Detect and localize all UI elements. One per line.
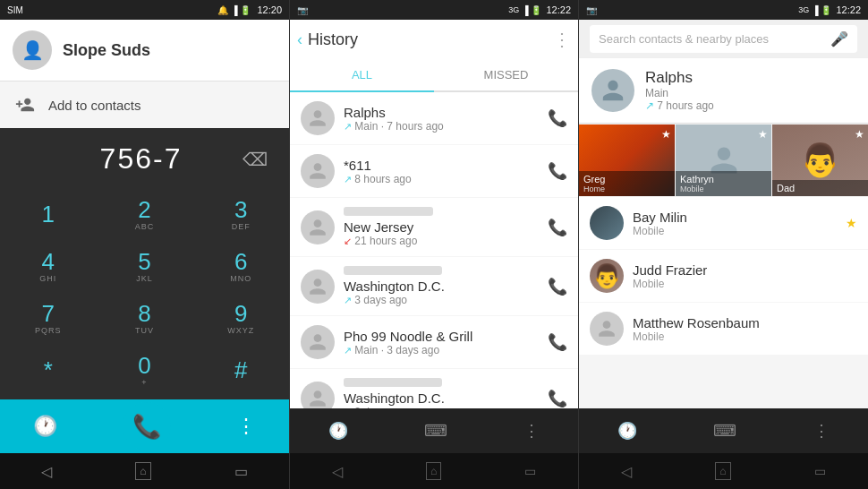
history-tabs: ALL MISSED (290, 59, 578, 92)
history-info-611: *611 ↗ 8 hours ago (344, 158, 539, 185)
history-item-611[interactable]: *611 ↗ 8 hours ago 📞 (290, 145, 578, 197)
call-icon-nj[interactable]: 📞 (548, 218, 567, 237)
quick-contact-kathryn[interactable]: Kathryn Mobile ★ (676, 124, 771, 196)
dial-key-5[interactable]: 5 JKL (97, 240, 193, 292)
call-arrow-icon-611: ↗ (344, 174, 352, 184)
history-dialpad-icon[interactable]: ⌨ (424, 421, 447, 441)
history-avatar-pho (301, 325, 335, 359)
add-contact-bar[interactable]: Add to contacts (0, 81, 289, 128)
dial-key-1[interactable]: 1 (0, 188, 97, 240)
backspace-button[interactable]: ⌫ (239, 145, 271, 174)
tab-missed[interactable]: MISSED (434, 59, 578, 90)
judd-sub: Mobile (633, 278, 707, 290)
contacts-bottom-bar: 🕐 ⌨ ⋮ (579, 408, 868, 453)
add-contact-label: Add to contacts (48, 98, 140, 113)
featured-arrow-icon: ↗ (645, 99, 654, 112)
contacts-home-nav[interactable]: ⌂ (715, 462, 730, 480)
back-nav-icon[interactable]: ◁ (41, 463, 52, 480)
quick-contact-dad[interactable]: 👨 Dad ★ (772, 124, 868, 196)
history-info-ralphs: Ralphs ↗ Main · 7 hours ago (344, 105, 539, 133)
dial-display: 756-7 ⌫ (0, 128, 289, 184)
dial-key-9[interactable]: 9 WXYZ (192, 292, 289, 344)
contacts-status-bar: 📷 3G ▐ 🔋 12:22 (579, 0, 868, 20)
contacts-dialpad-icon[interactable]: ⌨ (713, 421, 736, 441)
history-name-nj: New Jersey (344, 219, 539, 235)
history-item-dc1[interactable]: Washington D.C. ↗ 3 days ago 📞 (290, 257, 578, 315)
history-title: History (308, 30, 553, 49)
history-item-ralphs[interactable]: Ralphs ↗ Main · 7 hours ago 📞 (290, 92, 578, 144)
kathryn-star-icon: ★ (758, 128, 768, 141)
search-placeholder: Search contacts & nearby places (599, 32, 830, 46)
history-more-button[interactable]: ⋮ (553, 29, 571, 50)
history-info-dc1: Washington D.C. ↗ 3 days ago (344, 266, 539, 306)
contact-name: Slope Suds (63, 41, 150, 60)
quick-contacts: Greg Home ★ Kathryn Mobile ★ 👨 Dad ★ (579, 124, 868, 197)
history-info-dc2: Washington D.C. ↙ 3 days ago (344, 378, 539, 408)
dial-key-7[interactable]: 7 PQRS (0, 292, 97, 344)
dial-key-0[interactable]: 0 + (97, 344, 193, 396)
featured-sub-text: Main (645, 87, 668, 99)
dialpad: 1 2 ABC 3 DEF 4 GHI 5 JKL 6 MNO 7 PQRS 8 (0, 184, 289, 399)
contact-item-bay[interactable]: Bay Milin Mobile ★ (579, 197, 868, 249)
history-item-pho[interactable]: Pho 99 Noodle & Grill ↗ Main · 3 days ag… (290, 316, 578, 368)
history-item-nj[interactable]: New Jersey ↙ 21 hours ago 📞 (290, 198, 578, 256)
history-sub-pho: ↗ Main · 3 days ago (344, 344, 539, 356)
call-icon-dc2[interactable]: 📞 (548, 389, 567, 408)
history-panel: 📷 3G ▐ 🔋 12:22 ‹ History ⋮ ALL MISSED Ra… (289, 0, 579, 489)
notification-icon: 🔔 (217, 5, 228, 15)
add-contact-icon (13, 92, 38, 117)
history-info-nj: New Jersey ↙ 21 hours ago (344, 207, 539, 247)
featured-contact[interactable]: Ralphs Main ↗ 7 hours ago (579, 58, 868, 124)
contact-item-judd[interactable]: 👨 Judd Frazier Mobile (579, 250, 868, 302)
history-item-dc2[interactable]: Washington D.C. ↙ 3 days ago 📞 (290, 369, 578, 408)
contact-item-matthew[interactable]: Matthew Rosenbaum Mobile (579, 303, 868, 355)
contacts-back-nav[interactable]: ◁ (621, 463, 632, 480)
history-name-dc1: Washington D.C. (344, 279, 539, 294)
call-icon-611[interactable]: 📞 (548, 161, 567, 181)
quick-contact-greg[interactable]: Greg Home ★ (579, 124, 675, 196)
recents-nav-icon[interactable]: ▭ (234, 463, 248, 480)
history-battery-icon: 🔋 (531, 5, 541, 15)
matthew-info: Matthew Rosenbaum Mobile (633, 315, 760, 343)
mic-icon[interactable]: 🎤 (830, 30, 848, 47)
history-bottom-bar: 🕐 ⌨ ⋮ (290, 408, 578, 453)
avatar-icon: 👤 (21, 39, 44, 61)
history-avatar-611 (301, 154, 335, 188)
call-icon-ralphs[interactable]: 📞 (548, 108, 567, 128)
contacts-recents-nav[interactable]: ▭ (814, 464, 826, 478)
call-arrow-dc1: ↗ (344, 295, 352, 305)
contacts-more-icon[interactable]: ⋮ (813, 421, 830, 441)
history-info-pho: Pho 99 Noodle & Grill ↗ Main · 3 days ag… (344, 329, 539, 356)
home-nav-icon[interactable]: ⌂ (135, 462, 150, 480)
history-back-button[interactable]: ‹ (297, 30, 302, 49)
history-recents-icon[interactable]: 🕐 (328, 421, 348, 441)
history-more-bottom-icon[interactable]: ⋮ (523, 421, 540, 441)
dial-key-8[interactable]: 8 TUV (97, 292, 193, 344)
call-button[interactable]: 📞 (123, 402, 171, 450)
history-home-nav[interactable]: ⌂ (426, 462, 441, 480)
recents-icon[interactable]: 🕐 (33, 415, 57, 438)
search-wrapper[interactable]: Search contacts & nearby places 🎤 (590, 25, 857, 53)
judd-info: Judd Frazier Mobile (633, 262, 707, 290)
history-name-dc2: Washington D.C. (344, 390, 539, 406)
call-icon-pho[interactable]: 📞 (548, 332, 567, 352)
dial-key-2[interactable]: 2 ABC (97, 188, 193, 240)
blurred-number-dc2 (344, 378, 442, 387)
call-arrow-icon: ↗ (344, 121, 352, 132)
dial-key-star[interactable]: * (0, 344, 97, 396)
history-avatar-ralphs (301, 101, 335, 135)
dial-key-4[interactable]: 4 GHI (0, 240, 97, 292)
contacts-list: Bay Milin Mobile ★ 👨 Judd Frazier Mobile… (579, 197, 868, 408)
tab-all[interactable]: ALL (290, 59, 434, 90)
history-recents-nav[interactable]: ▭ (524, 464, 536, 478)
history-back-nav[interactable]: ◁ (332, 463, 343, 480)
call-icon-dc1[interactable]: 📞 (548, 277, 567, 296)
more-options-icon[interactable]: ⋮ (236, 415, 256, 438)
blurred-number-dc1 (344, 266, 442, 275)
dial-key-6[interactable]: 6 MNO (192, 240, 289, 292)
contacts-nav-bar: ◁ ⌂ ▭ (579, 453, 868, 489)
greg-name: Greg (583, 174, 670, 184)
dial-key-hash[interactable]: # (192, 344, 289, 396)
contacts-recents-icon[interactable]: 🕐 (617, 421, 637, 441)
dial-key-3[interactable]: 3 DEF (192, 188, 289, 240)
